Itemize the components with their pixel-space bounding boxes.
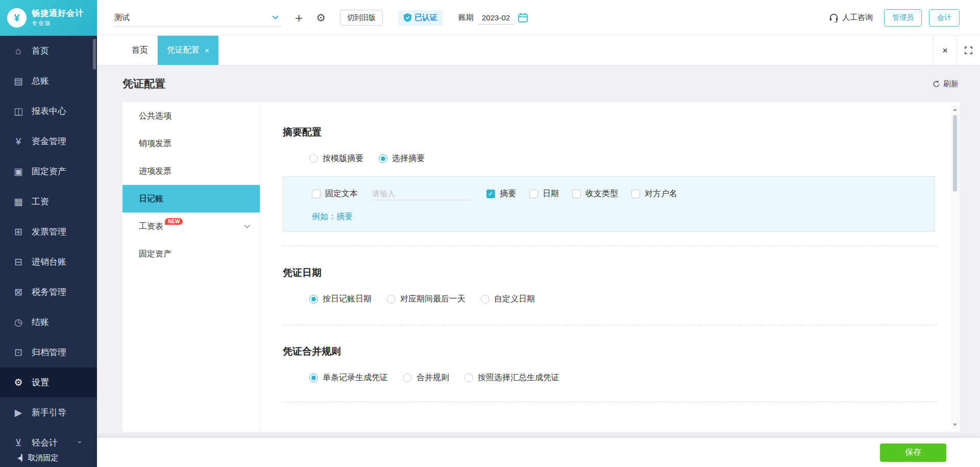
radio-period-last-day[interactable]: 对应期间最后一天 — [387, 294, 465, 305]
radio-journal-date[interactable]: 按日记账日期 — [309, 294, 372, 305]
footer-bar: 保存 — [97, 438, 980, 467]
submenu-purchase-invoice[interactable]: 进项发票 — [122, 157, 260, 185]
checkbox-fixed-text[interactable]: 固定文本 — [312, 189, 358, 199]
page-head: 凭证配置 刷新 — [97, 65, 980, 102]
sidebar-item-report-center[interactable]: ◫报表中心 — [0, 96, 97, 126]
unpin-sidebar-button[interactable]: ◀▎ 取消固定 — [0, 449, 97, 467]
chevron-down-icon — [244, 224, 251, 229]
funds-icon: ¥ — [12, 136, 24, 147]
save-button[interactable]: 保存 — [880, 443, 946, 462]
app-edition: 专业版 — [32, 19, 84, 27]
config-detail: 摘要配置 按模版摘要 选择摘要 固定文本 摘要 日期 收支类型 对方户名 — [260, 102, 960, 432]
fixed-assets-icon: ▣ — [12, 166, 24, 177]
checkbox-counterparty-name[interactable]: 对方户名 — [631, 189, 677, 199]
certified-badge: 已认证 — [398, 10, 443, 26]
sidebar-item-beginner-guide[interactable]: ▶新手引导 — [0, 398, 97, 428]
settings-quick-button[interactable]: ⚙ — [316, 12, 326, 23]
account-set-select[interactable]: 测试 — [113, 9, 282, 27]
settings-gear-icon: ⚙ — [12, 377, 24, 388]
invoice-icon: ⊞ — [12, 226, 24, 238]
radio-summarize-by-selection[interactable]: 按照选择汇总生成凭证 — [464, 372, 559, 383]
sidebar-item-tax-management[interactable]: ⊠税务管理 — [0, 277, 97, 307]
tabs-left-pad — [97, 36, 122, 65]
scrollbar-thumb[interactable] — [953, 115, 957, 192]
submenu-journal[interactable]: 日记账 — [122, 185, 260, 213]
home-icon: ⌂ — [12, 45, 24, 57]
accounting-period: 账期 2023-02 — [458, 11, 528, 25]
scroll-down-icon[interactable] — [952, 421, 958, 428]
archive-icon: ⊡ — [12, 346, 24, 358]
config-submenu: 公共选项 销项发票 进项发票 日记账 工资表 NEW 固定资产 — [122, 102, 260, 432]
sidebar-item-invoice-management[interactable]: ⊞发票管理 — [0, 217, 97, 247]
sidebar-scrollbar[interactable] — [93, 39, 96, 69]
manual-consult-button[interactable]: 人工咨询 — [829, 13, 873, 22]
sidebar-item-general-ledger[interactable]: ▤总账 — [0, 66, 97, 96]
radio-single-record[interactable]: 单条记录生成凭证 — [309, 372, 388, 383]
shield-check-icon — [404, 13, 411, 22]
app-title: 畅捷通好会计 — [32, 9, 84, 18]
section-divider — [283, 325, 937, 325]
tab-voucher-config[interactable]: 凭证配置 × — [158, 36, 218, 65]
checkbox-summary[interactable]: 摘要 — [486, 189, 516, 199]
radio-template-summary[interactable]: 按模版摘要 — [309, 153, 363, 164]
sidebar-item-settings[interactable]: ⚙设置 — [0, 367, 97, 398]
close-all-tabs-button[interactable]: × — [933, 36, 957, 65]
closing-icon: ◷ — [12, 316, 24, 328]
topbar: 测试 + ⚙ 切到旧版 已认证 账期 2023-02 人工咨询 管理员 会计 — [97, 0, 980, 36]
submenu-common-options[interactable]: 公共选项 — [122, 102, 260, 130]
sidebar-item-fixed-assets[interactable]: ▣固定资产 — [0, 156, 97, 186]
sidebar: ¥ 畅捷通好会计 专业版 ⌂首页 ▤总账 ◫报表中心 ¥资金管理 ▣固定资产 ▦… — [0, 0, 97, 467]
checkbox-icon — [572, 190, 581, 198]
sidebar-item-home[interactable]: ⌂首页 — [0, 36, 97, 66]
section-divider — [283, 402, 937, 402]
account-set-value: 测试 — [114, 13, 130, 22]
app-logo-icon: ¥ — [7, 8, 27, 28]
sidebar-item-funds-management[interactable]: ¥资金管理 — [0, 126, 97, 156]
submenu-payroll-sheet[interactable]: 工资表 NEW — [122, 213, 260, 240]
headset-icon — [829, 13, 839, 22]
close-icon: × — [942, 45, 948, 56]
radio-custom-date[interactable]: 自定义日期 — [481, 294, 535, 305]
checkbox-income-expense-type[interactable]: 收支类型 — [572, 189, 618, 199]
radio-icon — [309, 295, 318, 303]
app-window: ¥ 畅捷通好会计 专业版 ⌂首页 ▤总账 ◫报表中心 ¥资金管理 ▣固定资产 ▦… — [0, 0, 980, 467]
sidebar-scroll-down-icon[interactable]: ⌄ — [77, 436, 83, 445]
voucher-config-panel: 公共选项 销项发票 进项发票 日记账 工资表 NEW 固定资产 摘要配置 按模版… — [122, 102, 960, 432]
period-value[interactable]: 2023-02 — [478, 11, 514, 25]
checkbox-icon — [631, 190, 640, 198]
section-title-merge-rules: 凭证合并规则 — [283, 345, 939, 358]
submenu-sales-invoice[interactable]: 销项发票 — [122, 130, 260, 157]
checkbox-icon — [486, 190, 495, 198]
sidebar-item-payroll[interactable]: ▦工资 — [0, 186, 97, 217]
config-scrollbar[interactable] — [951, 105, 959, 429]
tab-close-icon[interactable]: × — [205, 46, 209, 55]
page-title: 凭证配置 — [122, 77, 165, 91]
fixed-text-input[interactable] — [371, 187, 473, 200]
fullscreen-button[interactable] — [957, 36, 980, 65]
calendar-icon[interactable] — [518, 13, 528, 22]
section-divider — [283, 245, 937, 246]
add-account-set-button[interactable]: + — [295, 11, 303, 25]
tab-home[interactable]: 首页 — [122, 36, 158, 65]
fullscreen-icon — [965, 46, 972, 54]
merge-rule-radios: 单条记录生成凭证 合并规则 按照选择汇总生成凭证 — [283, 372, 939, 383]
submenu-fixed-assets[interactable]: 固定资产 — [122, 240, 260, 268]
checkbox-icon — [312, 190, 321, 198]
radio-merge-rule[interactable]: 合并规则 — [403, 372, 449, 383]
admin-role-button[interactable]: 管理员 — [884, 9, 922, 27]
checkbox-date[interactable]: 日期 — [529, 189, 559, 199]
sidebar-item-purchase-sale-ledger[interactable]: ⊟进销台账 — [0, 247, 97, 277]
sidebar-item-archive-management[interactable]: ⊡归档管理 — [0, 337, 97, 367]
summary-mode-radios: 按模版摘要 选择摘要 — [283, 153, 939, 164]
scroll-up-icon[interactable] — [952, 106, 958, 113]
report-icon: ◫ — [12, 105, 24, 117]
sidebar-item-closing[interactable]: ◷结账 — [0, 307, 97, 337]
accountant-role-button[interactable]: 会计 — [929, 9, 960, 27]
switch-old-version-button[interactable]: 切到旧版 — [340, 10, 383, 26]
certified-label: 已认证 — [414, 13, 437, 22]
radio-select-summary[interactable]: 选择摘要 — [379, 153, 425, 164]
refresh-button[interactable]: 刷新 — [933, 79, 959, 89]
radio-icon — [481, 295, 489, 303]
radio-icon — [403, 373, 412, 382]
tabbar-actions: × — [933, 36, 980, 65]
